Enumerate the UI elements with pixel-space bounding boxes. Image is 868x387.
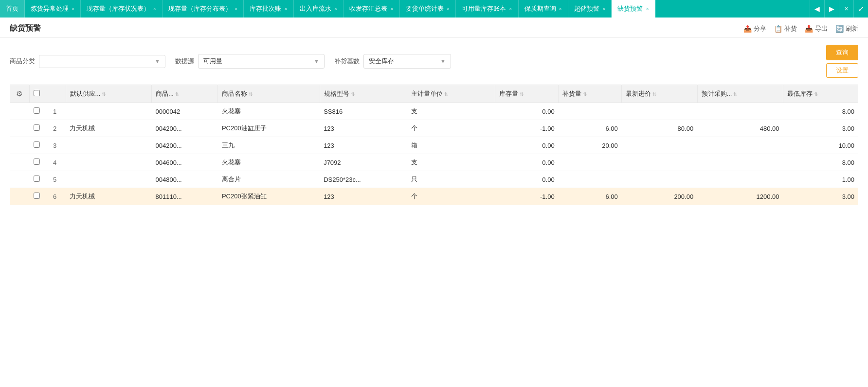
close-tab-10[interactable]: ×	[602, 6, 605, 12]
row-est-purchase-1: 480.00	[697, 120, 783, 137]
nav-tab-11[interactable]: 缺货预警 ×	[612, 0, 655, 18]
close-tab-6[interactable]: ×	[390, 6, 393, 12]
row-checkbox-5[interactable]	[34, 193, 40, 199]
select-all-checkbox[interactable]	[34, 90, 40, 96]
row-num-5: 6	[44, 188, 66, 205]
row-name-2: 三九	[218, 137, 320, 154]
row-name-4: 离合片	[218, 171, 320, 188]
data-table: ⚙ 默认供应... ⇅ 商品...	[10, 85, 858, 205]
row-stock-3: 0.00	[495, 154, 559, 171]
th-name[interactable]: 商品名称 ⇅	[218, 85, 320, 103]
row-min-stock-2: 10.00	[783, 137, 858, 154]
nav-prev-arrow[interactable]: ◀	[810, 0, 824, 18]
nav-tab-7[interactable]: 要货单统计表 ×	[400, 0, 456, 18]
th-num	[44, 85, 66, 103]
datasource-select[interactable]: 可用量 ▼	[198, 54, 325, 69]
th-latest-price[interactable]: 最新进价 ⇅	[622, 85, 697, 103]
row-checkbox-3[interactable]	[34, 158, 40, 165]
nav-tab-8[interactable]: 可用量库存账本 ×	[456, 0, 518, 18]
nav-close-all[interactable]: ×	[839, 0, 853, 18]
th-spec[interactable]: 规格型号 ⇅	[320, 85, 407, 103]
table-row: 1 0000042 火花塞 SS816 支 0.00 8.00	[10, 103, 858, 120]
th-code[interactable]: 商品... ⇅	[152, 85, 218, 103]
row-latest-price-4	[622, 171, 697, 188]
gear-icon[interactable]: ⚙	[16, 89, 22, 98]
th-stock[interactable]: 库存量 ⇅	[495, 85, 559, 103]
row-est-purchase-5: 1200.00	[697, 188, 783, 205]
row-checkbox-2[interactable]	[34, 141, 40, 148]
nav-tab-3[interactable]: 现存量（库存分布表） ×	[163, 0, 244, 18]
close-tab-9[interactable]: ×	[559, 6, 562, 12]
nav-tab-9[interactable]: 保质期查询 ×	[519, 0, 568, 18]
row-name-1: PC200油缸庄子	[218, 120, 320, 137]
row-num-3: 4	[44, 154, 66, 171]
row-latest-price-5: 200.00	[622, 188, 697, 205]
th-checkbox	[29, 85, 44, 103]
replenish-button[interactable]: 📋 补货	[774, 24, 797, 33]
close-tab-1[interactable]: ×	[72, 6, 74, 12]
row-unit-2: 箱	[407, 137, 495, 154]
th-min-stock[interactable]: 最低库存 ⇅	[783, 85, 858, 103]
row-stock-0: 0.00	[495, 103, 559, 120]
row-est-purchase-4	[697, 171, 783, 188]
th-replenish[interactable]: 补货量 ⇅	[559, 85, 622, 103]
replenish-select[interactable]: 安全库存 ▼	[363, 54, 451, 69]
row-gear-5	[10, 188, 29, 205]
nav-next-arrow[interactable]: ▶	[824, 0, 839, 18]
page-content: 缺货预警 📤 分享 📋 补货 📥 导出 🔄 刷新 商品分类	[0, 18, 868, 387]
nav-tab-5[interactable]: 出入库流水 ×	[294, 0, 344, 18]
replenish-label: 补货基数	[334, 57, 360, 66]
share-button[interactable]: 📤 分享	[743, 24, 766, 33]
sort-icon-stock: ⇅	[520, 91, 524, 97]
row-supplier-4	[66, 171, 151, 188]
close-tab-4[interactable]: ×	[284, 6, 287, 12]
query-button[interactable]: 查询	[826, 45, 858, 60]
category-select-arrow: ▼	[155, 58, 160, 64]
nav-tab-2[interactable]: 现存量（库存状况表） ×	[81, 0, 162, 18]
export-button[interactable]: 📥 导出	[805, 24, 828, 33]
nav-expand[interactable]: ⤢	[853, 0, 868, 18]
table-row: 2 力天机械 004200... PC200油缸庄子 123 个 -1.00 6…	[10, 120, 858, 137]
nav-tab-6[interactable]: 收发存汇总表 ×	[344, 0, 399, 18]
settings-button[interactable]: 设置	[826, 63, 858, 78]
th-est-purchase[interactable]: 预计采购... ⇅	[697, 85, 783, 103]
row-name-3: 火花塞	[218, 154, 320, 171]
row-checkbox-1[interactable]	[34, 124, 40, 131]
nav-tab-4[interactable]: 库存批次账 ×	[244, 0, 293, 18]
close-tab-8[interactable]: ×	[509, 6, 512, 12]
table-row: 5 004800... 离合片 DS250*23c... 只 0.00 1.00	[10, 171, 858, 188]
row-est-purchase-2	[697, 137, 783, 154]
th-unit[interactable]: 主计量单位 ⇅	[407, 85, 495, 103]
th-supplier[interactable]: 默认供应... ⇅	[66, 85, 151, 103]
row-unit-4: 只	[407, 171, 495, 188]
row-spec-3: J7092	[320, 154, 407, 171]
row-stock-1: -1.00	[495, 120, 559, 137]
row-spec-0: SS816	[320, 103, 407, 120]
row-checkbox-0[interactable]	[34, 107, 40, 114]
row-code-0: 0000042	[152, 103, 218, 120]
replenish-select-arrow: ▼	[440, 58, 446, 64]
row-num-1: 2	[44, 120, 66, 137]
close-tab-7[interactable]: ×	[447, 6, 450, 12]
top-nav: 首页 炼货异常处理 × 现存量（库存状况表） × 现存量（库存分布表） × 库存…	[0, 0, 868, 18]
close-tab-3[interactable]: ×	[235, 6, 237, 12]
category-select[interactable]: ▼	[39, 55, 165, 68]
row-min-stock-0: 8.00	[783, 103, 858, 120]
close-tab-2[interactable]: ×	[153, 6, 156, 12]
close-tab-5[interactable]: ×	[334, 6, 337, 12]
row-name-0: 火花塞	[218, 103, 320, 120]
nav-tab-10[interactable]: 超储预警 ×	[568, 0, 612, 18]
close-tab-11[interactable]: ×	[646, 6, 649, 12]
row-stock-4: 0.00	[495, 171, 559, 188]
nav-tab-home[interactable]: 首页	[0, 0, 25, 18]
refresh-button[interactable]: 🔄 刷新	[835, 24, 858, 33]
row-replenish-5: 6.00	[559, 188, 622, 205]
row-checkbox-4[interactable]	[34, 176, 40, 182]
table-row: 4 004600... 火花塞 J7092 支 0.00 8.00	[10, 154, 858, 171]
nav-tab-1[interactable]: 炼货异常处理 ×	[25, 0, 81, 18]
row-latest-price-2	[622, 137, 697, 154]
row-min-stock-1: 3.00	[783, 120, 858, 137]
datasource-select-value: 可用量	[203, 57, 310, 66]
sort-icon-min-stock: ⇅	[814, 91, 818, 97]
refresh-icon: 🔄	[835, 25, 844, 33]
